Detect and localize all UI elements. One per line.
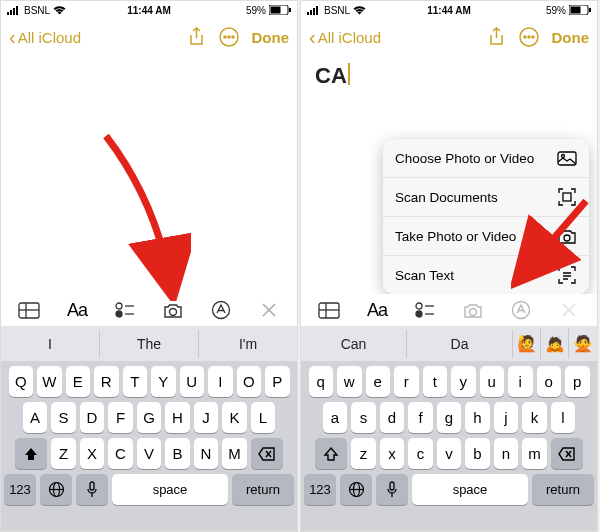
key[interactable]: v (437, 438, 462, 469)
backspace-key[interactable] (251, 438, 283, 469)
format-icon[interactable]: Aa (61, 294, 93, 326)
close-icon[interactable] (553, 294, 585, 326)
checklist-icon[interactable] (409, 294, 441, 326)
key[interactable]: A (23, 402, 48, 433)
shift-key[interactable] (315, 438, 347, 469)
shift-key[interactable] (15, 438, 47, 469)
key[interactable]: E (66, 366, 91, 397)
numbers-key[interactable]: 123 (304, 474, 336, 505)
close-icon[interactable] (253, 294, 285, 326)
menu-scan-text[interactable]: Scan Text (383, 256, 589, 294)
key[interactable]: U (180, 366, 205, 397)
key[interactable]: q (309, 366, 334, 397)
key[interactable]: D (80, 402, 105, 433)
space-key[interactable]: space (412, 474, 528, 505)
more-icon[interactable] (216, 24, 242, 50)
key[interactable]: M (222, 438, 247, 469)
suggestion-emoji[interactable]: 🙅 (569, 328, 597, 359)
return-key[interactable]: return (232, 474, 294, 505)
key[interactable]: s (351, 402, 376, 433)
key[interactable]: k (522, 402, 547, 433)
key[interactable]: J (194, 402, 219, 433)
key[interactable]: N (194, 438, 219, 469)
mic-key[interactable] (376, 474, 408, 505)
suggestion[interactable]: I (1, 330, 100, 358)
markup-icon[interactable] (505, 294, 537, 326)
suggestion-emoji[interactable]: 🙇 (541, 328, 569, 359)
markup-icon[interactable] (205, 294, 237, 326)
key[interactable]: P (265, 366, 290, 397)
key[interactable]: F (108, 402, 133, 433)
suggestion[interactable]: I'm (199, 330, 297, 358)
globe-key[interactable] (340, 474, 372, 505)
key[interactable]: L (251, 402, 276, 433)
key[interactable]: I (208, 366, 233, 397)
key[interactable]: j (494, 402, 519, 433)
key[interactable]: x (380, 438, 405, 469)
backspace-key[interactable] (551, 438, 583, 469)
key[interactable]: Q (9, 366, 34, 397)
space-key[interactable]: space (112, 474, 228, 505)
key[interactable]: B (165, 438, 190, 469)
menu-choose-photo[interactable]: Choose Photo or Video (383, 139, 589, 178)
key[interactable]: h (465, 402, 490, 433)
key-row-4: 123 space return (1, 469, 297, 510)
format-icon[interactable]: Aa (361, 294, 393, 326)
key[interactable]: y (451, 366, 476, 397)
globe-key[interactable] (40, 474, 72, 505)
key[interactable]: X (80, 438, 105, 469)
key[interactable]: b (465, 438, 490, 469)
return-key[interactable]: return (532, 474, 594, 505)
done-button[interactable]: Done (252, 29, 290, 46)
key[interactable]: o (537, 366, 562, 397)
done-button[interactable]: Done (552, 29, 590, 46)
key[interactable]: n (494, 438, 519, 469)
menu-scan-documents[interactable]: Scan Documents (383, 178, 589, 217)
key[interactable]: Z (51, 438, 76, 469)
checklist-icon[interactable] (109, 294, 141, 326)
key[interactable]: R (94, 366, 119, 397)
share-icon[interactable] (184, 24, 210, 50)
table-icon[interactable] (13, 294, 45, 326)
back-button[interactable]: ‹ All iCloud (309, 27, 381, 47)
key[interactable]: V (137, 438, 162, 469)
more-icon[interactable] (516, 24, 542, 50)
key[interactable]: G (137, 402, 162, 433)
key[interactable]: H (165, 402, 190, 433)
key[interactable]: m (522, 438, 547, 469)
numbers-key[interactable]: 123 (4, 474, 36, 505)
suggestion[interactable]: Da (407, 330, 513, 358)
key[interactable]: a (323, 402, 348, 433)
key[interactable]: p (565, 366, 590, 397)
key[interactable]: e (366, 366, 391, 397)
key[interactable]: W (37, 366, 62, 397)
suggestion[interactable]: The (100, 330, 199, 358)
key[interactable]: O (237, 366, 262, 397)
key[interactable]: i (508, 366, 533, 397)
mic-key[interactable] (76, 474, 108, 505)
key[interactable]: c (408, 438, 433, 469)
key[interactable]: Y (151, 366, 176, 397)
key[interactable]: K (222, 402, 247, 433)
key[interactable]: l (551, 402, 576, 433)
key[interactable]: g (437, 402, 462, 433)
menu-take-photo[interactable]: Take Photo or Video (383, 217, 589, 256)
key[interactable]: T (123, 366, 148, 397)
key[interactable]: S (51, 402, 76, 433)
suggestion-emoji[interactable]: 🙋 (513, 328, 541, 359)
suggestion[interactable]: Can (301, 330, 407, 358)
share-icon[interactable] (484, 24, 510, 50)
key[interactable]: f (408, 402, 433, 433)
key[interactable]: C (108, 438, 133, 469)
key[interactable]: r (394, 366, 419, 397)
camera-icon[interactable] (457, 294, 489, 326)
key[interactable]: t (423, 366, 448, 397)
table-icon[interactable] (313, 294, 345, 326)
key[interactable]: w (337, 366, 362, 397)
back-button[interactable]: ‹ All iCloud (9, 27, 81, 47)
key[interactable]: u (480, 366, 505, 397)
key[interactable]: z (351, 438, 376, 469)
camera-icon[interactable] (157, 294, 189, 326)
key[interactable]: d (380, 402, 405, 433)
note-body[interactable] (1, 55, 297, 299)
